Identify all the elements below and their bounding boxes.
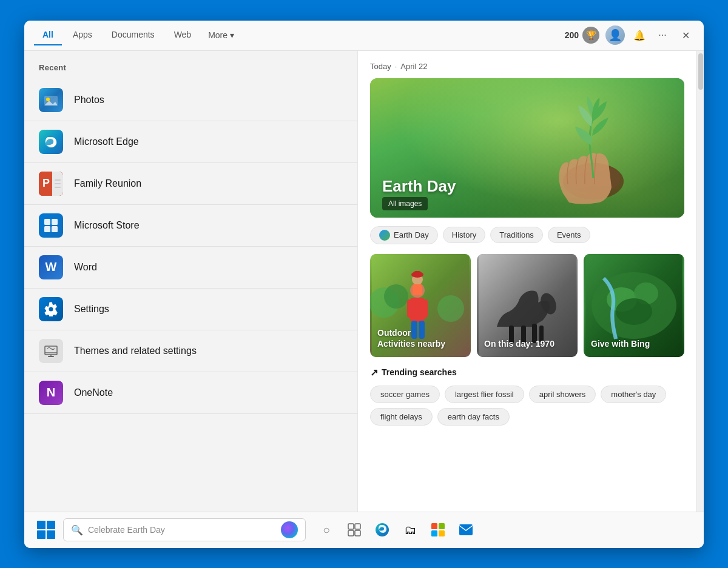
card-history[interactable]: On this day: 1970	[477, 254, 578, 357]
tag-earth-day[interactable]: Earth Day	[370, 226, 438, 244]
date-prefix: Today	[370, 62, 391, 71]
themes-icon	[39, 339, 63, 363]
tab-web[interactable]: Web	[166, 25, 200, 45]
trending-section: ↗ Trending searches soccer games largest…	[370, 367, 684, 426]
tags-row: Earth Day History Traditions Events	[370, 226, 684, 244]
app-item-photos[interactable]: Photos	[24, 79, 357, 121]
search-icon: 🔍	[71, 524, 83, 536]
score-value: 200	[565, 30, 579, 40]
trending-chip-0[interactable]: soccer games	[370, 386, 440, 403]
word-icon: W	[39, 255, 63, 279]
search-placeholder: Celebrate Earth Day	[88, 525, 276, 535]
app-name-photos: Photos	[74, 95, 104, 105]
svg-rect-47	[439, 523, 445, 529]
tab-more[interactable]: More ▾	[202, 25, 240, 45]
app-name-word: Word	[74, 262, 97, 273]
settings-icon	[39, 297, 63, 321]
date-separator: ·	[395, 62, 397, 71]
more-options-icon[interactable]: ···	[654, 27, 671, 44]
right-panel: Today · April 22	[358, 51, 696, 548]
taskbar-icons: ○	[318, 521, 474, 538]
main-content: Recent Photos	[24, 51, 704, 548]
person-icon[interactable]: 🔔	[631, 27, 648, 44]
trending-title: ↗ Trending searches	[370, 367, 684, 378]
hero-plant-svg	[514, 84, 672, 218]
svg-rect-19	[422, 299, 428, 318]
svg-rect-39	[37, 530, 46, 539]
tag-earth-day-label: Earth Day	[394, 230, 429, 239]
app-name-settings: Settings	[74, 304, 109, 315]
trending-arrow-icon: ↗	[370, 367, 378, 378]
tab-apps[interactable]: Apps	[64, 25, 101, 45]
top-bar: All Apps Documents Web More ▾ 200 🏆 👤 🔔 …	[24, 21, 704, 51]
app-item-store[interactable]: Microsoft Store	[24, 205, 357, 247]
trending-chip-4[interactable]: flight delays	[370, 408, 433, 426]
card-history-label: On this day: 1970	[484, 338, 554, 349]
search-bar[interactable]: 🔍 Celebrate Earth Day	[63, 518, 306, 541]
hero-badge[interactable]: All images	[382, 197, 428, 210]
app-name-family-reunion: Family Reunion	[74, 178, 141, 189]
card-bing[interactable]: Give with Bing	[584, 254, 684, 357]
date-label: Today · April 22	[370, 62, 684, 71]
scroll-track[interactable]	[696, 51, 704, 548]
trending-chip-5[interactable]: earth day facts	[437, 408, 510, 426]
app-name-onenote: OneNote	[74, 387, 113, 398]
windows-start-icon[interactable]	[36, 520, 56, 540]
taskbar: 🔍 Celebrate Earth Day ○	[24, 512, 704, 548]
tag-traditions[interactable]: Traditions	[490, 227, 543, 243]
svg-rect-46	[431, 523, 437, 529]
trending-title-text: Trending searches	[382, 367, 457, 377]
tab-bar: All Apps Documents Web More ▾	[34, 25, 565, 45]
scroll-thumb[interactable]	[698, 53, 703, 90]
app-name-themes: Themes and related settings	[74, 346, 197, 356]
edge-taskbar-icon[interactable]	[374, 521, 391, 538]
trending-chip-3[interactable]: mother's day	[601, 386, 666, 403]
svg-rect-18	[407, 299, 413, 318]
svg-rect-40	[47, 530, 55, 539]
trending-chip-1[interactable]: largest flier fossil	[445, 386, 524, 403]
app-item-settings[interactable]: Settings	[24, 289, 357, 330]
hero-card[interactable]: Earth Day All images	[370, 78, 684, 218]
bing-ball-icon	[281, 521, 298, 538]
tab-all[interactable]: All	[34, 25, 62, 45]
svg-rect-43	[348, 530, 354, 536]
app-item-themes[interactable]: Themes and related settings	[24, 330, 357, 372]
app-item-word[interactable]: W Word	[24, 247, 357, 289]
app-name-edge: Microsoft Edge	[74, 136, 139, 147]
recent-label: Recent	[24, 63, 357, 79]
app-item-family-reunion[interactable]: P Family Reunion	[24, 163, 357, 205]
svg-point-15	[437, 295, 464, 322]
svg-rect-4	[44, 219, 50, 225]
tag-history[interactable]: History	[443, 227, 485, 243]
tab-documents[interactable]: Documents	[103, 25, 163, 45]
svg-rect-41	[348, 524, 354, 529]
app-item-edge[interactable]: Microsoft Edge	[24, 121, 357, 163]
card-outdoor-label: OutdoorActivities nearby	[377, 327, 445, 349]
circle-task-icon[interactable]: ○	[318, 521, 335, 538]
card-outdoor[interactable]: OutdoorActivities nearby	[370, 254, 471, 357]
trending-chip-2[interactable]: april showers	[529, 386, 596, 403]
svg-rect-23	[413, 284, 422, 295]
photos-icon	[39, 88, 63, 112]
store-taskbar-icon[interactable]	[430, 521, 447, 538]
svg-point-14	[384, 284, 408, 309]
trophy-icon[interactable]: 🏆	[582, 27, 599, 44]
svg-rect-44	[355, 530, 360, 536]
svg-rect-38	[47, 521, 55, 529]
svg-rect-50	[459, 524, 473, 535]
app-item-onenote[interactable]: N OneNote	[24, 372, 357, 414]
store-icon	[39, 213, 63, 238]
search-window: All Apps Documents Web More ▾ 200 🏆 👤 🔔 …	[24, 21, 704, 548]
file-explorer-taskbar-icon[interactable]: 🗂	[402, 521, 419, 538]
date-value: April 22	[400, 62, 427, 71]
mail-taskbar-icon[interactable]	[457, 521, 474, 538]
svg-point-36	[616, 298, 652, 325]
close-icon[interactable]: ✕	[677, 27, 694, 44]
top-bar-right: 200 🏆 👤 🔔 ··· ✕	[565, 25, 694, 45]
avatar[interactable]: 👤	[605, 25, 625, 45]
svg-rect-37	[37, 521, 46, 529]
tag-events[interactable]: Events	[548, 227, 590, 243]
svg-rect-5	[52, 219, 58, 225]
task-view-icon[interactable]	[346, 521, 363, 538]
left-panel: Recent Photos	[24, 51, 358, 548]
